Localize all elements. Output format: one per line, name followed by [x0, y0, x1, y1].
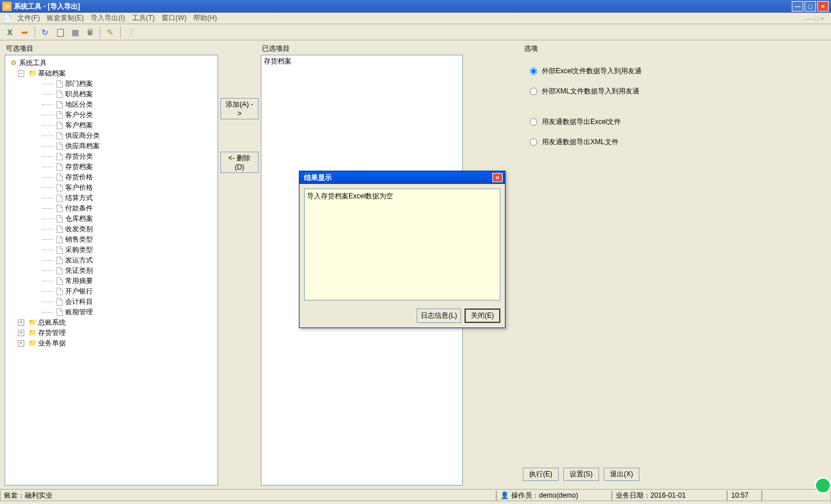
dialog-title: 结果显示 — [302, 173, 492, 183]
delete-button[interactable]: <- 删除(D) — [220, 152, 259, 173]
notification-badge-icon[interactable] — [815, 477, 831, 494]
expander-plus-icon[interactable]: + — [18, 319, 24, 326]
menu-tools[interactable]: 工具(T) — [129, 12, 158, 24]
option-row[interactable]: 外部XML文件数据导入到用友通 — [530, 86, 824, 96]
available-pane: 可选项目 ⚙ 系统工具 − 📁 基础档案 部门档案职员档案地区分类客户分类客户档… — [5, 44, 218, 486]
options-group: 外部Excel文件数据导入到用友通外部XML文件数据导入到用友通用友通数据导出E… — [523, 55, 826, 163]
option-radio[interactable] — [530, 138, 537, 146]
file-icon — [55, 308, 64, 316]
dialog-message: 导入存货档案Excel数据为空 — [307, 192, 393, 200]
tree-leaf[interactable]: 存货档案 — [6, 161, 216, 172]
tree-leaf[interactable]: 供应商档案 — [6, 141, 216, 151]
expander-minus-icon[interactable]: − — [18, 70, 24, 77]
tree-leaf[interactable]: 存货分类 — [6, 151, 216, 161]
close-button[interactable]: × — [817, 1, 829, 12]
tree-leaf[interactable]: 结算方式 — [6, 193, 216, 203]
tree-leaf[interactable]: 客户分类 — [6, 110, 216, 120]
tree-leaf[interactable]: 采购类型 — [6, 245, 216, 255]
tree-leaf[interactable]: 职员档案 — [6, 89, 216, 99]
file-icon — [55, 173, 64, 181]
maximize-button[interactable]: □ — [804, 1, 816, 12]
menu-accountcopy[interactable]: 账套复制(E) — [43, 12, 87, 24]
tree-leaf[interactable]: 客户价格 — [6, 182, 216, 193]
expander-plus-icon[interactable]: + — [18, 340, 24, 347]
menu-window[interactable]: 窗口(W) — [158, 12, 190, 24]
menu-file[interactable]: 文件(F) — [14, 12, 43, 24]
tree-leaf[interactable]: 凭证类别 — [6, 265, 216, 276]
tree-root[interactable]: ⚙ 系统工具 — [6, 58, 216, 68]
tree-leaf-label: 销售类型 — [65, 235, 93, 245]
dialog-log-button[interactable]: 日志信息(L) — [417, 309, 461, 323]
tree-basic[interactable]: − 📁 基础档案 — [6, 68, 216, 78]
tree-leaf[interactable]: 常用摘要 — [6, 276, 216, 286]
file-icon — [55, 298, 64, 306]
add-button[interactable]: 添加(A) -> — [220, 98, 259, 119]
execute-button[interactable]: 执行(E) — [523, 468, 559, 481]
dialog-buttons: 日志信息(L) 关闭(E) — [300, 305, 505, 328]
tree-branch[interactable]: +📁存货管理 — [6, 328, 216, 338]
tree-leaf[interactable]: 收发类别 — [6, 224, 216, 234]
expander-plus-icon[interactable]: + — [18, 330, 24, 336]
tree-branch[interactable]: +📁业务单据 — [6, 338, 216, 348]
tree-leaf[interactable]: 仓库档案 — [6, 213, 216, 224]
tree-leaf-label: 职员档案 — [65, 89, 93, 99]
available-tree[interactable]: ⚙ 系统工具 − 📁 基础档案 部门档案职员档案地区分类客户分类客户档案供应商分… — [5, 55, 218, 351]
options-pane: 选项 外部Excel文件数据导入到用友通外部XML文件数据导入到用友通用友通数据… — [523, 44, 826, 486]
file-icon — [55, 80, 64, 88]
operator-icon: 👤 — [500, 491, 509, 499]
option-label: 用友通数据导出XML文件 — [542, 137, 619, 147]
option-row[interactable]: 用友通数据导出XML文件 — [530, 137, 824, 147]
tb-table-icon[interactable]: ▦ — [69, 26, 81, 39]
minimize-button[interactable]: — — [792, 1, 803, 12]
option-row[interactable]: 用友通数据导出Excel文件 — [530, 117, 824, 127]
dialog-message-area[interactable]: 导入存货档案Excel数据为空 — [304, 189, 500, 300]
status-time: 10:57 — [727, 491, 762, 501]
tree-leaf-label: 客户价格 — [65, 183, 93, 193]
file-icon — [55, 277, 64, 285]
file-icon — [55, 152, 64, 160]
dialog-titlebar[interactable]: 结果显示 × — [300, 171, 505, 184]
file-icon — [55, 215, 64, 223]
tree-leaf[interactable]: 地区分类 — [6, 99, 216, 110]
tree-leaf[interactable]: 会计科目 — [6, 296, 216, 307]
tree-leaf[interactable]: 开户银行 — [6, 286, 216, 296]
menu-help[interactable]: 帮助(H) — [190, 12, 220, 24]
options-label: 选项 — [523, 44, 826, 54]
file-icon — [55, 266, 64, 274]
child-window-controls[interactable]: — □ × — [807, 15, 829, 22]
option-row[interactable]: 外部Excel文件数据导入到用友通 — [530, 66, 824, 76]
status-operator-text: 操作员：demo(demo) — [511, 491, 578, 501]
dialog-close-icon[interactable]: × — [492, 173, 503, 182]
tb-calc-icon[interactable]: 🖩 — [84, 26, 96, 39]
menu-importexport[interactable]: 导入导出(I) — [87, 12, 128, 24]
tree-leaf[interactable]: 存货价格 — [6, 172, 216, 182]
exit-button[interactable]: 退出(X) — [604, 468, 639, 481]
tree-branch[interactable]: +📁总账系统 — [6, 317, 216, 328]
tree-leaf[interactable]: 销售类型 — [6, 234, 216, 245]
status-bizdate-label: 业务日期： — [616, 491, 650, 501]
status-bizdate-value: 2016-01-01 — [650, 491, 686, 499]
tree-leaf[interactable]: 付款条件 — [6, 203, 216, 213]
option-radio[interactable] — [530, 88, 537, 95]
tb-excel-icon[interactable]: X — [3, 26, 16, 39]
tree-leaf[interactable]: 客户档案 — [6, 120, 216, 130]
file-icon — [55, 235, 64, 243]
statusbar: 账套：融利实业 👤 操作员：demo(demo) 业务日期： 2016-01-0… — [0, 489, 831, 502]
tb-help-icon[interactable]: ❔ — [124, 26, 137, 39]
selected-item[interactable]: 存货档案 — [264, 57, 460, 66]
dialog-close-button[interactable]: 关闭(E) — [465, 309, 500, 323]
titlebar: ⚙ 系统工具 - [导入导出] — □ × — [0, 0, 831, 13]
folder-icon: 📁 — [28, 318, 37, 326]
option-radio[interactable] — [530, 67, 537, 75]
tb-export-icon[interactable]: ➡ — [18, 26, 31, 39]
tree-leaf-label: 客户分类 — [65, 110, 93, 120]
tb-book-icon[interactable]: 📋 — [54, 26, 66, 39]
option-radio[interactable] — [530, 118, 537, 126]
tree-leaf[interactable]: 发运方式 — [6, 255, 216, 265]
tree-leaf[interactable]: 部门档案 — [6, 78, 216, 89]
tree-leaf[interactable]: 账期管理 — [6, 307, 216, 317]
settings-button[interactable]: 设置(S) — [563, 468, 599, 481]
tree-leaf[interactable]: 供应商分类 — [6, 130, 216, 141]
tb-edit-icon[interactable]: ✎ — [104, 26, 117, 39]
tb-refresh-icon[interactable]: ↻ — [39, 26, 51, 39]
